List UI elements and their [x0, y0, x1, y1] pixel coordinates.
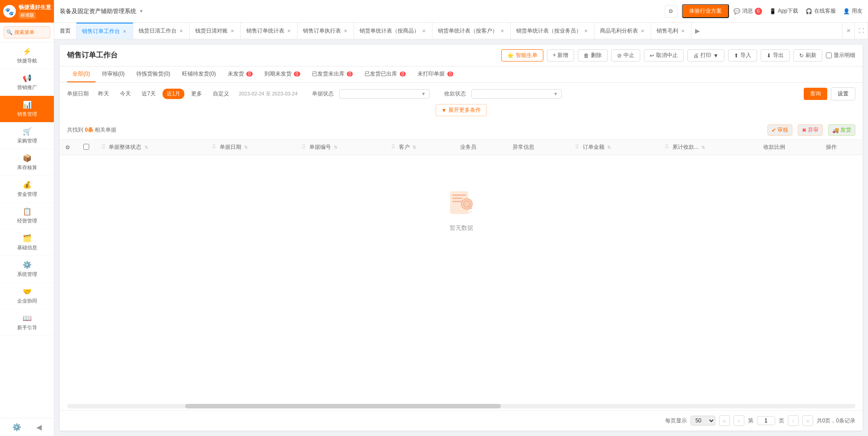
print-button[interactable]: 🖨 打印 ▼: [687, 49, 724, 62]
date-btn-7days[interactable]: 近7天: [138, 89, 160, 99]
system-icon: ⚙️: [23, 261, 32, 269]
settings-bottom-icon[interactable]: ⚙️: [12, 423, 21, 431]
tab-fullscreen-button[interactable]: ⛶: [855, 23, 868, 39]
sub-tab-expired-not-shipped[interactable]: 到期未发货 0: [259, 66, 306, 82]
tab-goods-margin-close[interactable]: ✕: [640, 28, 645, 34]
revoke-audit-button[interactable]: ✖ 弃审: [798, 124, 823, 136]
expand-more-button[interactable]: ▼ 展开更多条件: [436, 104, 487, 116]
sidebar-item-purchase[interactable]: 🛒 采购管理: [0, 123, 54, 149]
sidebar-item-quick-nav[interactable]: ⚡ 快捷导航: [0, 43, 54, 69]
sidebar-item-marketing[interactable]: 📢 营销推广: [0, 69, 54, 96]
sub-tab-shipped-not-stored[interactable]: 已发货未出库 0: [307, 66, 359, 82]
tab-sales-workbench[interactable]: 销售订单工作台 ✕: [77, 23, 133, 39]
sidebar-item-finance[interactable]: 💰 资金管理: [0, 176, 54, 203]
message-button[interactable]: 💬 消息 6: [734, 7, 762, 15]
sub-tab-pending-audit[interactable]: 待审核(0): [96, 66, 130, 82]
date-btn-yesterday[interactable]: 昨天: [94, 89, 113, 99]
add-button[interactable]: + 新增: [547, 49, 574, 62]
payment-select[interactable]: ▼: [471, 89, 562, 99]
tab-sales-gross[interactable]: 销售毛利 ✕: [651, 23, 691, 39]
date-btn-today[interactable]: 今天: [116, 89, 135, 99]
tab-cash-daily-close[interactable]: ✕: [178, 28, 184, 34]
topbar-dropdown-icon[interactable]: ▼: [139, 9, 144, 14]
sidebar-item-operation[interactable]: 📋 经营管理: [0, 203, 54, 229]
page-number-input[interactable]: [757, 416, 775, 425]
collected-sort-icon[interactable]: ⇅: [701, 145, 705, 150]
select-all-checkbox[interactable]: [83, 144, 89, 150]
amount-sort-icon[interactable]: ⇅: [607, 145, 611, 150]
tab-sales-stat-customer-close[interactable]: ✕: [499, 28, 505, 34]
tab-close-current-button[interactable]: ✕: [843, 23, 855, 39]
sidebar-item-guide[interactable]: 📖 新手引导: [0, 309, 54, 336]
date-btn-more[interactable]: 更多: [187, 89, 206, 99]
tab-cash-reconcile-close[interactable]: ✕: [230, 28, 235, 34]
status-select[interactable]: ▼: [339, 89, 430, 99]
sub-tab-not-printed[interactable]: 未打印单据 0: [412, 66, 459, 82]
sidebar-item-basic[interactable]: 🗂️ 基础信息: [0, 229, 54, 256]
number-sort-icon[interactable]: ⇅: [334, 145, 337, 150]
date-btn-1month[interactable]: 近1月: [163, 89, 185, 99]
smart-create-button[interactable]: ⭐ 智能生单: [501, 49, 543, 62]
sub-tab-pending-inspect[interactable]: 待拣货验货(0): [131, 66, 176, 82]
status-sort-icon[interactable]: ⇅: [144, 145, 148, 150]
tab-sales-stat-customer[interactable]: 销货单统计表（按客户） ✕: [432, 23, 511, 39]
audit-button[interactable]: ✔ 审核: [767, 124, 792, 136]
tab-sales-stat-goods-close[interactable]: ✕: [421, 28, 427, 34]
show-detail-checkbox[interactable]: [826, 52, 832, 58]
search-menu-button[interactable]: 🔍 搜索菜单: [4, 26, 50, 38]
tab-cash-reconcile[interactable]: 钱货日清对账 ✕: [190, 23, 241, 39]
first-page-button[interactable]: «: [719, 415, 730, 426]
prev-page-button[interactable]: ‹: [734, 415, 744, 426]
tab-more-button[interactable]: ▶: [691, 27, 704, 34]
last-page-button[interactable]: »: [802, 415, 813, 426]
customer-sort-icon[interactable]: ⇅: [412, 145, 416, 150]
topbar-settings-button[interactable]: ⚙: [665, 5, 677, 18]
stop-button[interactable]: ⊘ 中止: [611, 49, 640, 62]
filter-settings-button[interactable]: 设置: [831, 87, 855, 100]
tab-cash-daily-label: 钱货日清工作台: [139, 27, 177, 35]
tab-sales-workbench-close[interactable]: ✕: [122, 28, 127, 34]
export-button[interactable]: ⬇ 导出: [761, 49, 790, 62]
online-service-button[interactable]: 🎧 在线客服: [806, 7, 836, 15]
sub-tab-all[interactable]: 全部(0): [67, 66, 96, 82]
sub-tab-not-shipped[interactable]: 未发货 0: [222, 66, 258, 82]
tab-sales-exec[interactable]: 销售订单执行表 ✕: [297, 23, 354, 39]
tab-sales-stat-close[interactable]: ✕: [286, 28, 292, 34]
user-button[interactable]: 👤 用友: [843, 7, 863, 15]
ship-button[interactable]: 🚚 发货: [828, 124, 855, 136]
tab-sales-stat-goods[interactable]: 销货单统计表（按商品） ✕: [354, 23, 432, 39]
print-dropdown-icon[interactable]: ▼: [713, 52, 719, 59]
tab-sales-gross-close[interactable]: ✕: [680, 28, 686, 34]
show-detail-checkbox-label[interactable]: 显示明细: [826, 52, 855, 59]
date-sort-icon[interactable]: ⇅: [244, 145, 248, 150]
query-button[interactable]: 查询: [804, 88, 827, 100]
cancel-stop-button[interactable]: ↩ 取消中止: [644, 49, 684, 62]
import-button[interactable]: ⬆ 导入: [728, 49, 757, 62]
col-collected-label: 累计收款...: [672, 144, 699, 150]
sub-tab-wangpu[interactable]: 旺铺待发货(0): [177, 66, 221, 82]
page-size-select[interactable]: 10 20 50 100: [691, 416, 715, 426]
tab-sales-stat[interactable]: 销售订单统计表 ✕: [241, 23, 297, 39]
tab-sales-exec-close[interactable]: ✕: [343, 28, 348, 34]
tab-cash-daily[interactable]: 钱货日清工作台 ✕: [133, 23, 190, 39]
tab-goods-margin[interactable]: 商品毛利分析表 ✕: [595, 23, 651, 39]
sub-tab-shipped-stored[interactable]: 已发货已出库 0: [359, 66, 411, 82]
next-page-button[interactable]: ›: [788, 415, 799, 426]
refresh-button[interactable]: ↻ 刷新: [793, 49, 822, 62]
industry-solution-button[interactable]: 体验行业方案: [682, 4, 729, 18]
sidebar-item-sales[interactable]: 📊 销售管理: [0, 96, 54, 123]
settings-icon[interactable]: ⚙: [65, 144, 70, 151]
tab-home[interactable]: 首页: [54, 23, 77, 39]
shipped-not-stored-badge: 0: [347, 71, 353, 76]
scrollbar-thumb[interactable]: [185, 404, 500, 408]
delete-button[interactable]: 🗑 删除: [578, 49, 608, 62]
sidebar-item-inventory[interactable]: 📦 库存核算: [0, 149, 54, 176]
date-btn-custom[interactable]: 自定义: [209, 89, 233, 99]
tab-sales-stat-staff-close[interactable]: ✕: [583, 28, 589, 34]
app-download-button[interactable]: 📱 App下载: [769, 7, 798, 15]
sidebar-item-system[interactable]: ⚙️ 系统管理: [0, 256, 54, 283]
tab-sales-stat-staff[interactable]: 销货单统计表（按业务员） ✕: [511, 23, 595, 39]
collapse-icon[interactable]: ◀: [36, 423, 42, 431]
horizontal-scrollbar[interactable]: [67, 404, 855, 408]
sidebar-item-cooperation[interactable]: 🤝 企业协同: [0, 283, 54, 309]
